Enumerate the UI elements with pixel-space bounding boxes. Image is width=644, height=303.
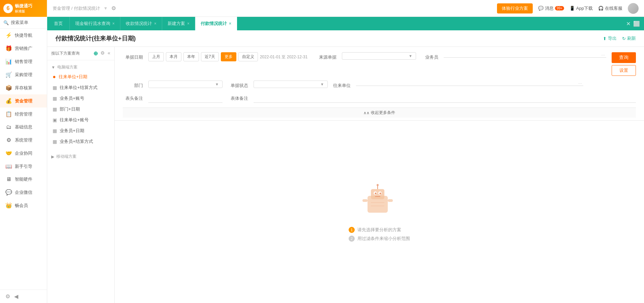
plan-staff-date[interactable]: ▦ 业务员+日期 xyxy=(47,125,114,136)
logo-text-group: 畅捷通巧 标准版 xyxy=(15,3,32,14)
date-this-year-btn[interactable]: 本年 xyxy=(183,52,199,61)
date-last-month-btn[interactable]: 上月 xyxy=(148,52,164,61)
dept-chevron-icon: ▼ xyxy=(215,82,219,86)
mobile-collapse-icon[interactable]: ▶ xyxy=(51,154,54,159)
query-btn[interactable]: 查询 xyxy=(612,52,636,63)
refresh-btn[interactable]: ↻ 刷新 xyxy=(622,35,636,41)
mobile-section-label: 移动端方案 xyxy=(56,154,77,159)
search-menu[interactable]: 🔍 搜索菜单 xyxy=(0,17,47,29)
plan-staff-settle[interactable]: ▦ 业务员+结算方式 xyxy=(47,136,114,147)
online-service-btn[interactable]: 🎧 在线客服 xyxy=(598,5,622,11)
desktop-collapse-icon[interactable]: ▼ xyxy=(51,65,55,70)
guide-icon: 📖 xyxy=(5,163,12,170)
sidebar-item-marketing[interactable]: 🎁 营销推广 xyxy=(0,42,47,55)
tab-payment-stat-close[interactable]: × xyxy=(229,21,231,26)
sidebar-item-base-info[interactable]: 🗂 基础信息 xyxy=(0,121,47,133)
plan-unit-date-label: 往来单位+日期 xyxy=(59,74,88,80)
sidebar-item-vip[interactable]: 👑 畅会员 xyxy=(0,199,47,212)
sidebar-item-sys-mgmt[interactable]: ⚙ 系统管理 xyxy=(0,133,47,147)
sidebar-item-smart-hw[interactable]: 🖥 智能硬件 xyxy=(0,173,47,186)
app-download-btn[interactable]: 📱 App下载 xyxy=(569,5,593,11)
topbar-breadcrumb: 资金管理 / 付款情况统计 xyxy=(53,5,100,11)
sidebar-item-inventory[interactable]: 📦 库存核算 xyxy=(0,81,47,94)
sidebar-item-collab-label: 企业协同 xyxy=(15,150,32,156)
left-panel-settings-icon[interactable]: ⚙ xyxy=(100,50,105,57)
export-label: 导出 xyxy=(608,35,617,41)
tabbar-right: ✕ ⬜ xyxy=(622,17,644,30)
message-btn[interactable]: 💬 消息 99+ xyxy=(538,5,564,11)
plan-unit-settle[interactable]: ▦ 往来单位+结算方式 xyxy=(47,82,114,93)
tab-new-plan-close[interactable]: × xyxy=(187,21,189,26)
date-7days-btn[interactable]: 近7天 xyxy=(201,52,219,61)
date-this-month-btn[interactable]: 本月 xyxy=(166,52,181,61)
doc-status-select[interactable]: ▼ xyxy=(254,81,328,88)
source-chevron-icon: ▼ xyxy=(409,54,412,58)
tip-num-1: 1 xyxy=(349,227,355,233)
collapse-more-btn[interactable]: ∧∧ 收起更多条件 xyxy=(358,108,401,118)
sidebar-item-guide[interactable]: 📖 新手引导 xyxy=(0,160,47,173)
sidebar-item-quick-nav[interactable]: ⚡ 快捷导航 xyxy=(0,29,47,42)
marketing-icon: 🎁 xyxy=(5,45,12,52)
sidebar-item-operations-label: 经营管理 xyxy=(15,111,32,117)
sidebar-item-finance[interactable]: 💰 资金管理 xyxy=(0,94,47,108)
date-custom-btn[interactable]: 自定义 xyxy=(238,52,258,61)
dept-select[interactable]: ▼ xyxy=(148,81,223,88)
sidebar-item-operations[interactable]: 📋 经营管理 xyxy=(0,108,47,121)
source-select[interactable]: ▼ xyxy=(342,52,416,60)
sidebar-collapse-icon[interactable]: ◀ xyxy=(14,293,18,300)
date-range-display: 2022-01-01 至 2022-12-31 xyxy=(260,54,308,60)
tab-bank-flow-close[interactable]: × xyxy=(112,21,115,26)
tabbar-close-icon[interactable]: ✕ xyxy=(626,21,631,27)
plan-dept-date-label: 部门+日期 xyxy=(60,106,80,112)
user-avatar[interactable] xyxy=(628,3,639,14)
filter-row-3: 表头备注 表体备注 xyxy=(123,93,636,103)
partner-filter-label: 往来单位 xyxy=(333,81,351,89)
collab-icon: 🤝 xyxy=(5,150,12,156)
finance-icon: 💰 xyxy=(5,98,12,104)
sidebar-item-sales[interactable]: 📊 销售管理 xyxy=(0,55,47,68)
tab-bank-flow[interactable]: 现金银行流水查询 × xyxy=(70,17,120,30)
tab-new-plan-label: 新建方案 xyxy=(168,21,185,27)
trial-btn[interactable]: 体验行业方案 xyxy=(497,3,533,13)
empty-tips: 1 请先选择要分析的方案 2 用过滤条件来缩小分析范围 xyxy=(349,227,410,242)
tab-home[interactable]: 首页 xyxy=(47,17,70,30)
sidebar-item-purchase[interactable]: 🛒 采购管理 xyxy=(0,68,47,81)
date-more-btn[interactable]: 更多 xyxy=(221,52,236,61)
tab-home-label: 首页 xyxy=(54,21,63,27)
tab-income-stat-close[interactable]: × xyxy=(154,21,156,26)
tab-new-plan[interactable]: 新建方案 × xyxy=(162,17,195,30)
tab-payment-stat-label: 付款情况统计 xyxy=(201,21,227,27)
empty-tip-2: 2 用过滤条件来缩小分析范围 xyxy=(349,236,410,242)
sidebar-item-weixin[interactable]: 💬 企业微信 xyxy=(0,186,47,199)
plan-staff-acct[interactable]: ▦ 业务员+账号 xyxy=(47,93,114,104)
plan-staff-acct-icon: ▦ xyxy=(53,96,57,101)
plan-dept-date[interactable]: ▦ 部门+日期 xyxy=(47,104,114,115)
sidebar-item-marketing-label: 营销推广 xyxy=(15,46,32,52)
tab-income-stat[interactable]: 收款情况统计 × xyxy=(120,17,162,30)
sidebar-settings-icon[interactable]: ⚙ xyxy=(5,293,10,300)
filter-query-actions: 查询 设置 xyxy=(612,52,636,76)
sidebar-item-collab[interactable]: 🤝 企业协同 xyxy=(0,147,47,160)
left-panel-add-icon[interactable]: ⊕ xyxy=(93,50,98,57)
body-remark-label: 表体备注 xyxy=(228,93,248,101)
sys-mgmt-icon: ⚙ xyxy=(5,137,12,143)
plan-unit-settle-icon: ▦ xyxy=(53,85,57,90)
plan-unit-date[interactable]: ● 往来单位+日期 xyxy=(47,71,114,82)
tab-payment-stat[interactable]: 付款情况统计 × xyxy=(195,17,237,30)
topbar-chevron-icon: ▼ xyxy=(104,6,108,11)
empty-illustration xyxy=(359,182,400,223)
sidebar-item-finance-label: 资金管理 xyxy=(15,98,32,104)
tip-text-2: 用过滤条件来缩小分析范围 xyxy=(357,236,410,242)
settings-btn[interactable]: 设置 xyxy=(612,65,636,76)
export-btn[interactable]: ⬆ 导出 xyxy=(603,35,617,41)
sidebar-logo: 6 畅捷通巧 标准版 xyxy=(0,0,47,17)
plan-unit-date-icon: ● xyxy=(53,74,56,80)
left-panel-collapse-icon[interactable]: « xyxy=(108,50,110,57)
left-panel-header-label: 按以下方案查询 xyxy=(51,51,80,56)
date-filter-controls: 上月 本月 本年 近7天 更多 自定义 2022-01-01 至 2022-12… xyxy=(148,52,311,61)
plan-staff-date-icon: ▦ xyxy=(53,128,57,133)
plan-dept-date-icon: ▦ xyxy=(53,107,57,112)
tabbar-expand-icon[interactable]: ⬜ xyxy=(633,21,640,27)
topbar-settings-icon[interactable]: ⚙ xyxy=(111,5,116,11)
plan-unit-acct[interactable]: ▣ 往来单位+账号 xyxy=(47,115,114,125)
